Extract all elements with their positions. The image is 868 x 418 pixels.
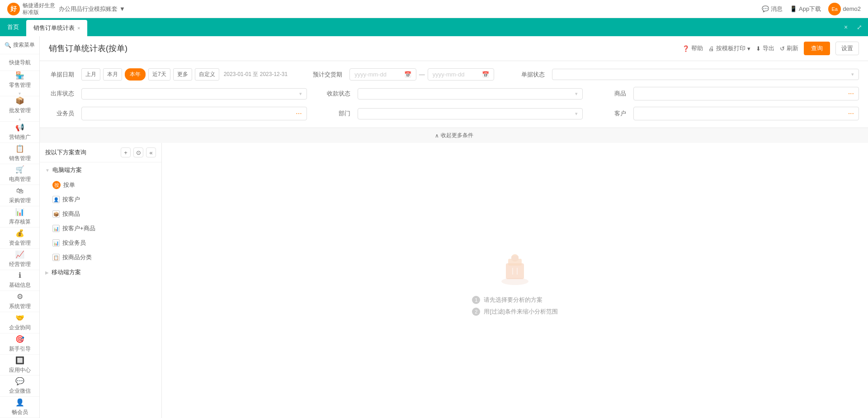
- filter-row-3: 业务员 ··· 部门 ▾ 客户 ···: [49, 107, 859, 120]
- expected-date-end[interactable]: yyyy-mm-dd 📅: [428, 68, 495, 81]
- sidebar-item-member[interactable]: 👤 畅会员: [0, 397, 39, 418]
- tree-pc-arrow-icon: ▼: [45, 168, 50, 173]
- add-scheme-button[interactable]: +: [121, 147, 131, 157]
- tree-pc-parent[interactable]: ▼ 电脑端方案: [40, 162, 161, 178]
- calendar-end-icon: 📅: [482, 71, 489, 78]
- tree-mobile-parent[interactable]: ▶ 移动端方案: [40, 265, 161, 280]
- custom-button[interactable]: 自定义: [195, 68, 219, 81]
- page-title-bar: 销售订单统计表(按单) ❓ 帮助 🖨 按模板打印 ▾ ⬇ 导出 ↺ 刷新: [40, 36, 868, 61]
- left-panel: 按以下方案查询 + ⊙ « ▼ 电脑端方案 按 按单 👤: [40, 143, 162, 418]
- customer-select[interactable]: ···: [633, 107, 859, 120]
- payment-status-select[interactable]: ▾: [358, 88, 583, 100]
- help-button[interactable]: ❓ 帮助: [682, 44, 703, 52]
- doc-status-select[interactable]: ▾: [552, 69, 859, 80]
- sidebar-item-wechat[interactable]: 💬 企业微信: [0, 375, 39, 397]
- sidebar-item-inventory[interactable]: 📊 库存核算: [0, 206, 39, 228]
- expected-date-start[interactable]: yyyy-mm-dd 📅: [349, 68, 416, 81]
- tree-item-by-customer-goods[interactable]: 📊 按客户+商品: [45, 221, 161, 236]
- message-button[interactable]: 💬 消息: [762, 5, 783, 13]
- sidebar-item-system[interactable]: ⚙ 系统管理: [0, 291, 39, 312]
- filter-row-2: 出库状态 ▾ 收款状态 ▾ 商品 ···: [49, 87, 859, 100]
- sidebar-item-purchase[interactable]: 🛍 采购管理: [0, 185, 39, 206]
- doc-status-arrow-icon: ▾: [851, 71, 854, 77]
- tab-active[interactable]: 销售订单统计表 ×: [26, 20, 87, 36]
- search-icon: 🔍: [5, 42, 11, 48]
- sidebar-item-guide[interactable]: 🎯 新手引导: [0, 333, 39, 355]
- sidebar-item-finance[interactable]: 💰 资金管理: [0, 228, 39, 249]
- goods-select[interactable]: ···: [633, 87, 859, 100]
- goods-label: 商品: [601, 90, 626, 98]
- sidebar-item-sales[interactable]: 📋 销售管理: [0, 143, 39, 164]
- sidebar-item-wholesale[interactable]: 📦 批发管理 ▴: [0, 96, 39, 122]
- sidebar-item-collab[interactable]: 🤝 企业协同: [0, 312, 39, 333]
- app-download-button[interactable]: 📱 App下载: [790, 5, 821, 13]
- settings-scheme-button[interactable]: ⊙: [133, 147, 143, 157]
- refresh-icon: ↺: [780, 45, 785, 52]
- collapse-icon: ∧: [435, 133, 439, 139]
- breadcrumb[interactable]: 办公用品行业模拟账套 ▼: [59, 5, 125, 13]
- sidebar-item-marketing[interactable]: 📢 营销推广: [0, 122, 39, 143]
- expected-date-label: 预计交货期: [313, 71, 342, 79]
- sidebar-item-apps[interactable]: 🔲 应用中心: [0, 355, 39, 376]
- salesperson-more-icon[interactable]: ···: [296, 109, 302, 118]
- goods-more-icon[interactable]: ···: [848, 90, 854, 98]
- tree-item-by-category[interactable]: 📋 按商品分类: [45, 250, 161, 265]
- sidebar-item-operations[interactable]: 📈 经营管理: [0, 249, 39, 270]
- sidebar-item-basic[interactable]: ℹ 基础信息: [0, 270, 39, 291]
- left-panel-header: 按以下方案查询 + ⊙ «: [40, 143, 161, 162]
- by-customer-icon: 👤: [52, 196, 60, 203]
- sidebar: 🔍 搜索菜单 快捷导航 🏪 零售管理 ▾ 📦 批发管理 ▴ 📢 营销推广 📋 销…: [0, 36, 40, 418]
- tree-item-by-goods[interactable]: 📦 按商品: [45, 207, 161, 221]
- tab-close-icon[interactable]: ×: [77, 25, 80, 31]
- customer-label: 客户: [601, 109, 626, 118]
- system-icon: ⚙: [17, 292, 23, 301]
- left-panel-title: 按以下方案查询: [45, 148, 118, 157]
- user-menu[interactable]: Ea demo2: [828, 3, 861, 15]
- dept-arrow-icon: ▾: [575, 111, 578, 117]
- collapse-bar[interactable]: ∧ 收起更多条件: [40, 128, 868, 143]
- export-button[interactable]: ⬇ 导出: [756, 44, 774, 52]
- help-icon: ❓: [682, 45, 689, 52]
- tree-item-by-order[interactable]: 按 按单: [45, 178, 161, 192]
- tree-item-by-salesperson[interactable]: 📊 按业务员: [45, 236, 161, 250]
- quick-nav-button[interactable]: 快捷导航: [0, 54, 39, 71]
- sidebar-item-retail[interactable]: 🏪 零售管理 ▾: [0, 71, 39, 96]
- expected-date-range: yyyy-mm-dd 📅 — yyyy-mm-dd 📅: [349, 68, 494, 81]
- apps-icon: 🔲: [15, 356, 24, 365]
- tab-restore-button[interactable]: ×: [841, 22, 851, 32]
- export-icon: ⬇: [756, 45, 761, 52]
- this-month-button[interactable]: 本月: [103, 68, 122, 81]
- tip-1-num: 1: [472, 296, 480, 304]
- payment-status-label: 收款状态: [325, 90, 350, 98]
- search-menu-button[interactable]: 🔍 搜索菜单: [0, 36, 39, 54]
- last-month-button[interactable]: 上月: [81, 68, 100, 81]
- by-goods-icon: 📦: [52, 210, 60, 218]
- breadcrumb-text: 办公用品行业模拟账套: [59, 5, 118, 13]
- more-button[interactable]: 更多: [173, 68, 192, 81]
- app-icon: 📱: [790, 5, 797, 12]
- filter-row-1: 单据日期 上月 本月 本年 近7天 更多 自定义 2023-01-01 至 20…: [49, 68, 859, 81]
- tree-item-by-customer[interactable]: 👤 按客户: [45, 192, 161, 207]
- sidebar-item-ecommerce[interactable]: 🛒 电商管理: [0, 164, 39, 185]
- avatar: Ea: [828, 3, 841, 15]
- top-bar: 好 畅捷通好生意 标准版 办公用品行业模拟账套 ▼ 💬 消息 📱 App下载 E…: [0, 0, 868, 18]
- print-button[interactable]: 🖨 按模板打印 ▾: [708, 44, 750, 52]
- ship-status-select[interactable]: ▾: [81, 88, 307, 100]
- last7days-button[interactable]: 近7天: [148, 68, 170, 81]
- salesperson-select[interactable]: ···: [81, 107, 307, 120]
- settings-button[interactable]: 设置: [835, 42, 859, 55]
- empty-tip-2: 2 用[过滤]条件来缩小分析范围: [472, 308, 557, 316]
- payment-arrow-icon: ▾: [575, 91, 578, 97]
- operations-icon: 📈: [15, 250, 24, 259]
- query-button[interactable]: 查询: [804, 42, 830, 55]
- customer-more-icon[interactable]: ···: [848, 109, 854, 118]
- tab-bar-right: × ⤢: [841, 22, 868, 32]
- tab-maximize-button[interactable]: ⤢: [854, 22, 864, 32]
- collapse-panel-button[interactable]: «: [146, 147, 156, 157]
- this-year-button[interactable]: 本年: [125, 68, 146, 81]
- tab-home[interactable]: 首页: [0, 18, 26, 36]
- department-select[interactable]: ▾: [358, 108, 583, 119]
- refresh-button[interactable]: ↺ 刷新: [780, 44, 798, 52]
- logo-text: 畅捷通好生意 标准版: [23, 2, 55, 15]
- tab-bar: 首页 销售订单统计表 × × ⤢: [0, 18, 868, 36]
